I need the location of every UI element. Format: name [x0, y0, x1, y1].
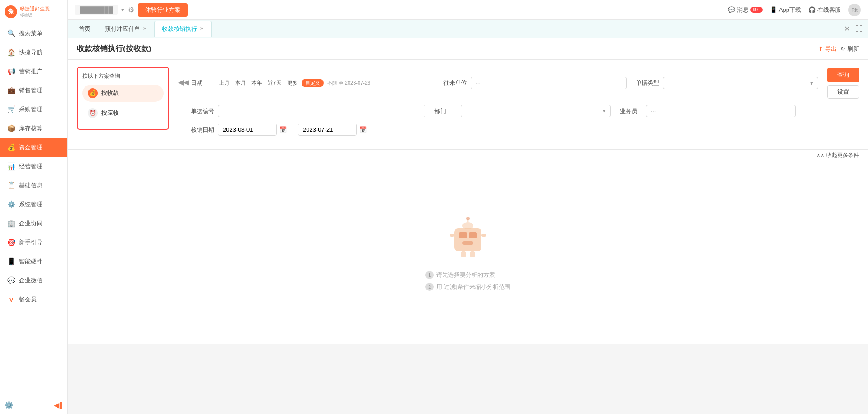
- counterparty-dots: ···: [476, 80, 481, 86]
- svg-rect-4: [450, 234, 454, 237]
- export-btn[interactable]: ⬆ 导出: [818, 45, 837, 53]
- sidebar-label-purchase: 采购管理: [19, 105, 42, 114]
- sidebar-label-inventory: 库存核算: [19, 124, 42, 133]
- shortcut-7days[interactable]: 近7天: [266, 78, 283, 88]
- tab-writeoff[interactable]: 收款核销执行 ✕: [154, 21, 212, 37]
- sidebar-item-inventory[interactable]: 📦 库存核算: [0, 119, 67, 138]
- export-icon: ⬆: [818, 45, 823, 52]
- query-btn[interactable]: 查询: [827, 68, 859, 82]
- app-edition: 标准版: [20, 12, 50, 18]
- svg-rect-3: [462, 241, 473, 245]
- collapse-more-btn[interactable]: ∧∧ 收起更多条件: [816, 152, 859, 159]
- svg-point-8: [462, 222, 473, 229]
- guide-icon: 🎯: [7, 238, 15, 247]
- collapse-more-label: 收起更多条件: [826, 152, 859, 159]
- refresh-icon: ↻: [840, 45, 845, 52]
- sidebar-label-shortcut: 快捷导航: [19, 48, 42, 57]
- collapse-sidebar-btn[interactable]: ◀‖: [54, 401, 63, 409]
- refresh-label: 刷新: [847, 45, 859, 53]
- page-content: 收款核销执行(按收款) ⬆ 导出 ↻ 刷新 按以下方案查询 💰: [68, 38, 868, 414]
- sidebar-item-guide[interactable]: 🎯 新手引导: [0, 233, 67, 252]
- online-service-btn[interactable]: 🎧 在线客服: [808, 6, 841, 14]
- user-avatar[interactable]: Rit: [848, 4, 861, 16]
- doc-type-select[interactable]: ▾: [663, 77, 818, 89]
- counterparty-field: 往来单位 ···: [443, 77, 626, 89]
- sidebar-item-shortcut[interactable]: 🏠 快捷导航: [0, 43, 67, 62]
- receipt-option-label: 按收款: [101, 89, 119, 97]
- dept-label: 部门: [434, 107, 457, 115]
- sidebar-item-member[interactable]: V 畅会员: [0, 290, 67, 309]
- filter-panel-title: 按以下方案查询: [82, 72, 164, 80]
- date-range-hint: 不限 至 2023-07-26: [327, 80, 370, 86]
- shortcut-last-month[interactable]: 上月: [217, 78, 231, 88]
- date-end-calendar-icon[interactable]: 📅: [359, 126, 367, 133]
- shortcut-this-month[interactable]: 本月: [233, 78, 248, 88]
- sidebar-item-finance[interactable]: 💰 资金管理: [0, 138, 67, 157]
- date-label: 日期: [191, 79, 213, 87]
- settings-gear-icon[interactable]: ⚙: [128, 5, 134, 14]
- page-header-actions: ⬆ 导出 ↻ 刷新: [818, 45, 859, 53]
- sidebar-item-system[interactable]: ⚙️ 系统管理: [0, 195, 67, 214]
- settings-icon[interactable]: ⚙️: [5, 401, 14, 409]
- counterparty-select[interactable]: ···: [471, 77, 626, 89]
- writeoff-date-field: 核销日期 📅 — 📅: [191, 124, 454, 136]
- shortcut-custom[interactable]: 自定义: [302, 79, 324, 87]
- page-title: 收款核销执行(按收款): [77, 43, 151, 54]
- filter-panel: 按以下方案查询 💰 按收款 ⏰ 按应收: [77, 67, 169, 130]
- message-btn[interactable]: 💬 消息 99+: [728, 6, 763, 14]
- collapse-filter-btn[interactable]: ◀◀: [176, 76, 191, 88]
- writeoff-date-start-input[interactable]: [218, 124, 277, 136]
- system-icon: ⚙️: [7, 200, 15, 209]
- tab-bar: 首页 预付冲应付单 ✕ 收款核销执行 ✕ ✕ ⛶: [68, 20, 868, 38]
- counterparty-label: 往来单位: [443, 79, 467, 87]
- industry-solution-btn[interactable]: 体验行业方案: [138, 3, 188, 17]
- svg-rect-7: [470, 251, 475, 257]
- inventory-icon: 📦: [7, 124, 15, 133]
- sidebar-item-purchase[interactable]: 🛒 采购管理: [0, 100, 67, 119]
- sidebar-item-search[interactable]: 🔍 搜索菜单: [0, 24, 67, 43]
- filter-option-receivable[interactable]: ⏰ 按应收: [82, 105, 164, 122]
- sidebar-item-hardware[interactable]: 📱 智能硬件: [0, 252, 67, 271]
- shortcut-more[interactable]: 更多: [285, 78, 300, 88]
- refresh-btn[interactable]: ↻ 刷新: [840, 45, 859, 53]
- tab-prepay[interactable]: 预付冲应付单 ✕: [98, 21, 154, 37]
- sidebar-item-basic[interactable]: 📋 基础信息: [0, 176, 67, 195]
- dept-arrow: ▾: [603, 108, 606, 114]
- query-actions: 查询 设置: [827, 68, 859, 99]
- sidebar-item-enterprise[interactable]: 🏢 企业协同: [0, 214, 67, 233]
- tab-writeoff-close[interactable]: ✕: [200, 26, 204, 32]
- tab-prepay-close[interactable]: ✕: [143, 26, 147, 32]
- logo-icon: 兔: [5, 5, 17, 18]
- sidebar-item-wechat[interactable]: 💬 企业微信: [0, 271, 67, 290]
- close-tab-btn[interactable]: ✕: [842, 23, 852, 35]
- tab-home[interactable]: 首页: [71, 21, 98, 37]
- hint-text-2: 用[过滤]条件来缩小分析范围: [436, 281, 510, 293]
- sidebar-item-marketing[interactable]: 📢 营销推广: [0, 62, 67, 81]
- filter-settings-btn[interactable]: 设置: [827, 85, 859, 99]
- filter-option-receipt[interactable]: 💰 按收款: [82, 85, 164, 102]
- collapse-more-row: ∧∧ 收起更多条件: [68, 150, 868, 163]
- header-left: ████████ ▾ ⚙ 体验行业方案: [75, 3, 722, 17]
- sidebar-item-operation[interactable]: 📊 经营管理: [0, 157, 67, 176]
- shortcut-this-year[interactable]: 本年: [250, 78, 264, 88]
- tab-writeoff-label: 收款核销执行: [162, 25, 197, 33]
- sidebar-label-operation: 经营管理: [19, 162, 42, 171]
- writeoff-date-end-input[interactable]: [298, 124, 357, 136]
- svg-point-10: [466, 217, 470, 220]
- expand-tab-btn[interactable]: ⛶: [854, 23, 864, 35]
- member-icon: V: [7, 296, 15, 303]
- company-dropdown-arrow[interactable]: ▾: [121, 6, 124, 13]
- sidebar-item-sales[interactable]: 💼 销售管理: [0, 81, 67, 100]
- doc-no-input[interactable]: [218, 105, 425, 117]
- company-name: ████████: [75, 5, 118, 15]
- operation-icon: 📊: [7, 162, 15, 171]
- sidebar-label-marketing: 营销推广: [19, 67, 42, 76]
- app-download-btn[interactable]: 📱 App下载: [770, 6, 801, 14]
- date-start-calendar-icon[interactable]: 📅: [279, 126, 287, 133]
- wechat-icon: 💬: [7, 276, 15, 285]
- staff-select[interactable]: ···: [646, 105, 796, 117]
- date-dash: —: [289, 126, 295, 133]
- filter-section: 按以下方案查询 💰 按收款 ⏰ 按应收 ◀◀: [68, 60, 868, 150]
- dept-select[interactable]: ▾: [461, 105, 610, 117]
- sidebar-label-sales: 销售管理: [19, 86, 42, 95]
